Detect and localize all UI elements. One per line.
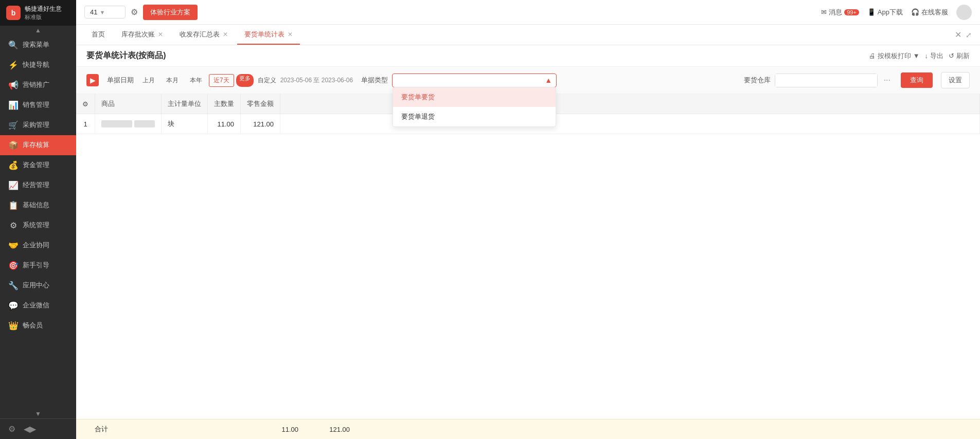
date-more-badge[interactable]: 更多	[236, 74, 254, 87]
type-filter-input[interactable]	[393, 74, 541, 87]
sidebar-item-sales[interactable]: 📊 销售管理	[0, 95, 76, 115]
chevron-down-icon: ▼	[99, 9, 105, 15]
date-custom-button[interactable]: 自定义	[258, 76, 276, 85]
page-header: 要货单统计表(按商品) 🖨 按模板打印 ▼ ↓ 导出 ↺ 刷新	[76, 45, 980, 67]
product-placeholder-1	[101, 120, 132, 127]
app-logo-icon: b	[6, 6, 21, 20]
table-col-qty: 主数量	[208, 94, 241, 114]
export-button[interactable]: ↓ 导出	[925, 51, 944, 61]
company-select[interactable]: 41 ▼	[84, 6, 126, 19]
sidebar-item-quick-nav[interactable]: ⚡ 快捷导航	[0, 55, 76, 75]
dropdown-option-order-return[interactable]: 要货单退货	[393, 107, 556, 126]
sidebar-item-label: 营销推广	[23, 80, 49, 89]
sidebar-item-label: 采购管理	[23, 120, 49, 130]
app-download-button[interactable]: 📱 App下载	[867, 8, 903, 17]
settings-bottom-icon[interactable]: ⚙	[8, 424, 15, 434]
table-settings-col[interactable]: ⚙	[76, 94, 95, 114]
query-button[interactable]: 查询	[901, 72, 933, 88]
headset-icon: 🎧	[911, 8, 919, 16]
date-btn-this-month[interactable]: 本月	[162, 74, 183, 87]
row-qty: 11.00	[208, 114, 241, 134]
system-icon: ⚙	[8, 221, 19, 230]
sidebar-item-basic-info[interactable]: 📋 基础信息	[0, 195, 76, 215]
sidebar-item-cooperation[interactable]: 🤝 企业协同	[0, 235, 76, 255]
filter-more-icon[interactable]: ···	[882, 76, 893, 85]
management-icon: 📈	[8, 180, 19, 190]
finance-icon: 💰	[8, 160, 19, 170]
footer-empty	[76, 419, 88, 439]
sidebar: b 畅捷通好生意 标准版 ▲ 🔍 搜索菜单 ⚡ 快捷导航 📢 营销推广 📊 销售…	[0, 0, 76, 439]
sidebar-item-label: 销售管理	[23, 100, 49, 109]
sidebar-item-search[interactable]: 🔍 搜索菜单	[0, 35, 76, 55]
footer-row: 合计 11.00 121.00	[76, 419, 980, 439]
filter-toggle-button[interactable]: ▶	[86, 74, 99, 86]
sidebar-nav: 🔍 搜索菜单 ⚡ 快捷导航 📢 营销推广 📊 销售管理 🛒 采购管理 📦 库存核…	[0, 35, 76, 409]
type-filter-input-wrapper: ▲ 要货单要货 要货单退货	[392, 74, 557, 87]
app-download-icon: 📱	[867, 8, 876, 16]
cooperation-icon: 🤝	[8, 241, 19, 250]
guide-icon: 🎯	[8, 261, 19, 270]
sidebar-item-management[interactable]: 📈 经营管理	[0, 175, 76, 195]
footer-qty: 11.00	[253, 419, 305, 439]
user-avatar[interactable]	[956, 5, 972, 20]
sidebar-logo: b 畅捷通好生意 标准版	[0, 0, 76, 26]
expand-tabs-icon[interactable]: ⤢	[966, 31, 972, 39]
sidebar-item-label: 畅会员	[23, 321, 43, 330]
sidebar-item-inventory[interactable]: 📦 库存核算	[0, 135, 76, 155]
sidebar-scroll-up[interactable]: ▲	[0, 26, 76, 35]
print-dropdown-icon: ▼	[913, 52, 920, 60]
sidebar-item-guide[interactable]: 🎯 新手引导	[0, 255, 76, 276]
dropdown-option-order-goods[interactable]: 要货单要货	[393, 87, 556, 107]
date-quick-buttons: 上月 本月 本年 近7天 更多	[138, 74, 254, 87]
collapse-icon[interactable]: ◀▶	[24, 424, 36, 434]
purchase-icon: 🛒	[8, 120, 19, 130]
template-print-button[interactable]: 🖨 按模板打印 ▼	[869, 51, 920, 61]
sidebar-item-label: 企业微信	[23, 301, 49, 310]
settings-button[interactable]: 设置	[941, 72, 970, 88]
sidebar-item-member[interactable]: 👑 畅会员	[0, 316, 76, 336]
sidebar-item-system[interactable]: ⚙ 系统管理	[0, 215, 76, 235]
type-filter-arrow-icon[interactable]: ▲	[541, 76, 556, 84]
tab-home-label: 首页	[92, 30, 105, 39]
tabbar: 首页 库存批次账 ✕ 收发存汇总表 ✕ 要货单统计表 ✕ ✕ ⤢	[76, 25, 980, 45]
promo-button[interactable]: 体验行业方案	[143, 5, 198, 20]
tab-order-stats-close[interactable]: ✕	[288, 31, 293, 38]
tab-summary[interactable]: 收发存汇总表 ✕	[172, 25, 235, 45]
date-btn-7days[interactable]: 近7天	[209, 74, 234, 87]
tab-summary-close[interactable]: ✕	[223, 31, 228, 38]
page-actions: 🖨 按模板打印 ▼ ↓ 导出 ↺ 刷新	[869, 51, 970, 61]
sidebar-item-wechat[interactable]: 💬 企业微信	[0, 296, 76, 316]
close-all-tabs-button[interactable]: ✕	[955, 30, 961, 40]
date-filter-label: 单据日期	[107, 76, 134, 85]
sidebar-item-label: 搜索菜单	[23, 40, 49, 49]
message-button[interactable]: ✉ 消息 99+	[821, 8, 859, 17]
app-logo-text: 畅捷通好生意 标准版	[25, 5, 62, 21]
footer-amount: 121.00	[305, 419, 356, 439]
print-icon: 🖨	[869, 52, 876, 60]
date-btn-this-year[interactable]: 本年	[185, 74, 207, 87]
sidebar-item-finance[interactable]: 💰 资金管理	[0, 155, 76, 175]
sidebar-bottom: ⚙ ◀▶	[0, 418, 76, 439]
topbar-gear-icon[interactable]: ⚙	[131, 7, 138, 17]
online-service-button[interactable]: 🎧 在线客服	[911, 8, 948, 17]
warehouse-filter-input-wrapper	[775, 74, 878, 87]
tab-batch-ledger-label: 库存批次账	[121, 30, 155, 39]
tab-batch-ledger[interactable]: 库存批次账 ✕	[114, 25, 170, 45]
row-unit: 块	[162, 114, 208, 134]
sidebar-item-label: 企业协同	[23, 241, 49, 250]
footer-extra	[356, 419, 980, 439]
refresh-button[interactable]: ↺ 刷新	[949, 51, 970, 61]
tab-order-stats[interactable]: 要货单统计表 ✕	[237, 25, 300, 45]
tab-home[interactable]: 首页	[84, 25, 112, 45]
sidebar-item-label: 资金管理	[23, 160, 49, 170]
refresh-icon: ↺	[949, 52, 954, 60]
sales-icon: 📊	[8, 100, 19, 110]
date-btn-last-month[interactable]: 上月	[138, 74, 159, 87]
sidebar-item-marketing[interactable]: 📢 营销推广	[0, 75, 76, 95]
sidebar-item-purchase[interactable]: 🛒 采购管理	[0, 115, 76, 135]
sidebar-scroll-down[interactable]: ▼	[0, 409, 76, 418]
member-icon: 👑	[8, 321, 19, 331]
warehouse-filter-input[interactable]	[775, 74, 877, 87]
tab-batch-ledger-close[interactable]: ✕	[158, 31, 163, 38]
sidebar-item-app-center[interactable]: 🔧 应用中心	[0, 276, 76, 296]
